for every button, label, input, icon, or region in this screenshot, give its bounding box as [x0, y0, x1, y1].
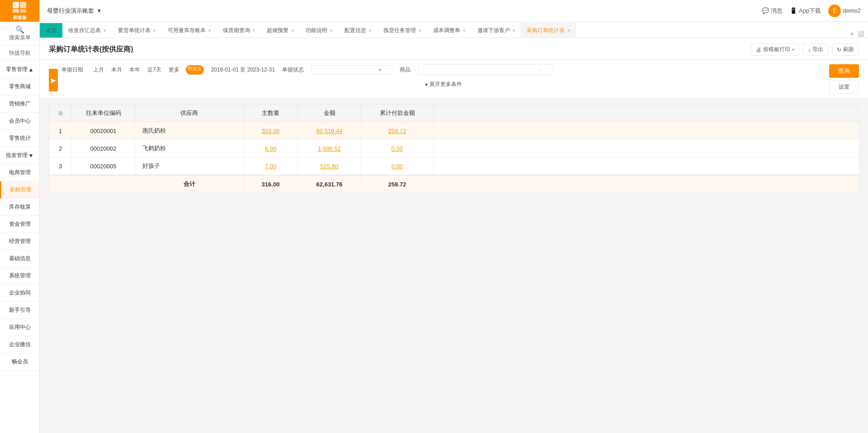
tab-pickup-task[interactable]: 拣货任务管理 ×	[377, 23, 427, 38]
goods-more-icon: ···	[538, 67, 542, 73]
dropdown-icon[interactable]: ▾	[98, 7, 101, 14]
cell-extra-1	[434, 140, 859, 157]
shortcut-last-month[interactable]: 上月	[90, 65, 107, 75]
tab-cost-adjust[interactable]: 成本调整单 ×	[427, 23, 472, 38]
table-header-row: ⚙ 往来单位编码 供应商 主数量 金额	[49, 105, 859, 122]
tab-receive-close[interactable]: ×	[104, 28, 106, 33]
collapse-toggle[interactable]: ▶	[49, 69, 58, 91]
refresh-button[interactable]: ↻ 刷新	[832, 43, 859, 56]
sidebar-enterprisecollab-label: 企业协同	[9, 290, 31, 296]
tab-funcdesc-label: 功能说明	[306, 27, 327, 34]
tab-order-close[interactable]: ×	[153, 28, 156, 33]
cell-qty-0[interactable]: 303.00	[244, 122, 298, 140]
th-supplier: 供应商	[135, 105, 244, 122]
shortcut-more[interactable]: 更多	[166, 65, 182, 75]
cell-paid-2[interactable]: 0.00	[361, 157, 434, 176]
tab-overstock[interactable]: 超储预警 ×	[261, 23, 300, 38]
sidebar-item-member2[interactable]: 畅会员	[0, 353, 39, 371]
cell-amount-0[interactable]: 60,519.44	[298, 122, 361, 140]
user-profile[interactable]: E demo2	[828, 5, 861, 17]
message-button[interactable]: 💬 消息	[762, 7, 783, 15]
status-select[interactable]: ▾	[311, 65, 392, 75]
tab-invite-downstream[interactable]: 邀请下游客户 ×	[472, 23, 521, 38]
sidebar-item-retail-stats[interactable]: 零售统计	[0, 130, 39, 147]
sidebar-item-wholesale-mgmt[interactable]: 批发管理 ▼	[0, 147, 39, 164]
print-button[interactable]: 🖨 按模板打印 ▾	[751, 43, 799, 56]
tab-function-desc[interactable]: 功能说明 ×	[300, 23, 339, 38]
tab-overstock-close[interactable]: ×	[291, 28, 294, 33]
expand-more-row[interactable]: ▾ 展开更多条件	[61, 78, 826, 91]
sidebar-item-purchase-mgmt[interactable]: 采购管理	[0, 181, 39, 199]
tab-close-all-icon[interactable]: ×	[850, 30, 854, 38]
cell-code-2: 00020005	[72, 157, 135, 176]
sidebar-item-enterprise-wechat[interactable]: 企业微信	[0, 336, 39, 353]
sidebar-item-inventory-check[interactable]: 库存核算	[0, 199, 39, 216]
tab-inventory-close[interactable]: ×	[208, 28, 211, 33]
cell-qty-1[interactable]: 6.00	[244, 140, 298, 157]
cell-amount-2[interactable]: 525.80	[298, 157, 361, 176]
export-icon: ↓	[808, 47, 811, 53]
tab-expiry-close[interactable]: ×	[253, 28, 255, 33]
sidebar-item-new-guide[interactable]: 新手引导	[0, 302, 39, 319]
sidebar-item-ecommerce[interactable]: 电商管理	[0, 164, 39, 181]
sidebar-item-retail-mgmt[interactable]: 零售管理 ▲	[0, 61, 39, 78]
sidebar-item-member[interactable]: 会员中心	[0, 113, 39, 130]
tab-purchaseorder-close[interactable]: ×	[567, 28, 570, 33]
sidebar-ecommerce-label: 电商管理	[9, 169, 31, 176]
sidebar-item-search[interactable]: 🔍 搜索菜单	[0, 22, 39, 46]
table-settings-icon[interactable]: ⚙	[58, 110, 63, 117]
cell-supplier-2: 好孩子	[135, 157, 244, 176]
footer-empty1	[49, 175, 72, 193]
tab-purchase-order-summary[interactable]: 采购订单统计表 ×	[521, 23, 576, 38]
cell-paid-1[interactable]: 0.00	[361, 140, 434, 157]
tab-order-summary[interactable]: 要货单统计表 ×	[112, 23, 162, 38]
cell-paid-0[interactable]: 259.72	[361, 122, 434, 140]
tab-expiry-query[interactable]: 保质期查询 ×	[217, 23, 261, 38]
tab-receive-summary[interactable]: 收发存汇总表 ×	[62, 23, 112, 38]
tab-costadjust-close[interactable]: ×	[463, 28, 466, 33]
sidebar-retailmgmt-label: 零售管理	[6, 66, 28, 73]
tab-expiry-label: 保质期查询	[223, 27, 250, 34]
query-button[interactable]: 查询	[829, 64, 859, 78]
logo-icon	[12, 1, 28, 14]
tab-bar-actions: × ⬜	[847, 30, 868, 38]
cell-qty-2[interactable]: 7.00	[244, 157, 298, 176]
shortcut-this-month[interactable]: 本月	[108, 65, 125, 75]
th-amount: 金额	[298, 105, 361, 122]
sidebar-item-retail-store[interactable]: 零售商城	[0, 78, 39, 95]
sidebar-item-app-center[interactable]: 应用中心	[0, 319, 39, 336]
app-download-button[interactable]: 📱 App下载	[790, 7, 821, 15]
cell-extra-2	[434, 157, 859, 176]
sidebar-retailstore-label: 零售商城	[9, 83, 31, 90]
tab-configinfo-close[interactable]: ×	[369, 28, 372, 33]
svg-rect-1	[20, 2, 26, 8]
sidebar-item-basic-info[interactable]: 基础信息	[0, 250, 39, 267]
goods-input[interactable]: ···	[418, 64, 553, 75]
sidebar-item-biz-mgmt[interactable]: 经营管理	[0, 233, 39, 250]
th-paid: 累计付款金额	[361, 105, 434, 122]
tab-invitedown-label: 邀请下游客户	[477, 27, 510, 34]
sidebar-item-finance[interactable]: 资金管理	[0, 216, 39, 233]
cell-amount-1[interactable]: 1,586.52	[298, 140, 361, 157]
tab-available-inventory[interactable]: 可用量库存账本 ×	[162, 23, 217, 38]
tab-home[interactable]: 首页	[40, 23, 62, 38]
tab-invitedown-close[interactable]: ×	[513, 28, 515, 33]
sidebar-item-marketing[interactable]: 营销推广	[0, 95, 39, 113]
avatar: E	[828, 5, 841, 17]
date-shortcuts: 上月 本月 本年 近7天 更多 自定义	[90, 65, 204, 75]
shortcut-this-year[interactable]: 本年	[127, 65, 143, 75]
tab-pickuptask-close[interactable]: ×	[419, 28, 421, 33]
refresh-icon: ↻	[837, 47, 841, 53]
export-button[interactable]: ↓ 导出	[803, 43, 828, 56]
shortcut-7days[interactable]: 近7天	[145, 65, 164, 75]
sidebar-item-quick-nav[interactable]: 快捷导航	[0, 46, 39, 61]
tab-maximize-icon[interactable]: ⬜	[858, 31, 864, 37]
tab-funcdesc-close[interactable]: ×	[330, 28, 333, 33]
sidebar-item-enterprise-collab[interactable]: 企业协同	[0, 285, 39, 302]
settings-button[interactable]: 设置	[829, 81, 859, 94]
topbar: 母婴行业演示账套 ▾ 💬 消息 📱 App下载 E demo2	[40, 0, 868, 22]
sidebar-item-system-mgmt[interactable]: 系统管理	[0, 267, 39, 285]
sidebar-newguide-label: 新手引导	[9, 307, 31, 313]
tab-config-info[interactable]: 配置信息 ×	[339, 23, 377, 38]
download-icon: 📱	[790, 7, 797, 14]
